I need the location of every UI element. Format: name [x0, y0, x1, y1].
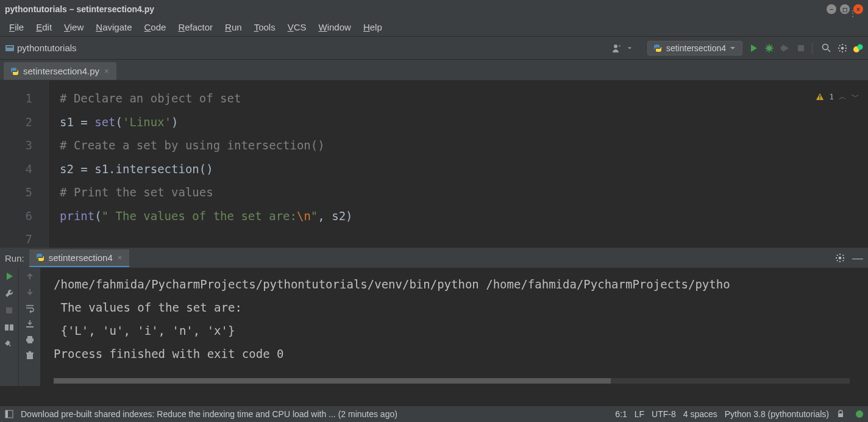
next-highlight-icon[interactable]: ﹀: [852, 85, 859, 109]
toolbar-right: + setintersection4: [612, 41, 863, 55]
editor-more-icon[interactable]: ⋮: [842, 5, 863, 22]
up-arrow-icon[interactable]: [25, 271, 35, 281]
status-ok-indicator[interactable]: [856, 410, 863, 418]
svg-point-10: [858, 44, 863, 49]
minimize-button[interactable]: –: [827, 4, 836, 14]
status-encoding[interactable]: UTF-8: [652, 409, 676, 419]
svg-rect-21: [27, 336, 32, 338]
breadcrumb[interactable]: pythontutorials: [5, 43, 77, 53]
scroll-to-end-icon[interactable]: [25, 319, 35, 329]
menu-refactor[interactable]: Refactor: [173, 20, 218, 35]
horizontal-scrollbar[interactable]: [54, 378, 850, 384]
hide-run-window-icon[interactable]: —: [852, 252, 863, 265]
svg-point-8: [841, 46, 844, 49]
code-line[interactable]: # Declare an object of set: [60, 87, 868, 110]
status-interpreter[interactable]: Python 3.8 (pythontutorials): [725, 409, 829, 419]
svg-rect-17: [29, 276, 30, 279]
line-number: 7: [0, 227, 32, 251]
svg-rect-28: [838, 413, 843, 417]
menu-edit[interactable]: Edit: [30, 20, 57, 35]
menu-vcs[interactable]: VCS: [282, 20, 312, 35]
console-line: The values of the set are:: [54, 296, 868, 319]
pin-icon[interactable]: [4, 340, 14, 349]
project-icon: [5, 43, 15, 53]
coverage-icon[interactable]: [780, 43, 790, 53]
svg-rect-1: [7, 46, 13, 48]
search-icon[interactable]: [822, 43, 831, 53]
console-line: /home/fahmida/PycharmProjects/pythontuto…: [54, 273, 868, 296]
trash-icon[interactable]: [25, 351, 35, 360]
gear-icon[interactable]: [838, 43, 847, 53]
console-output[interactable]: /home/fahmida/PycharmProjects/pythontuto…: [40, 268, 868, 386]
tool-windows-icon[interactable]: [5, 410, 13, 418]
window-title: pythontutorials – setintersection4.py: [5, 4, 154, 14]
editor-tab-strip: setintersection4.py × ⋮: [0, 60, 868, 80]
code-editor[interactable]: 1234567 1 ︿ ﹀ # Declare an object of set…: [0, 80, 868, 248]
lock-icon[interactable]: [836, 410, 845, 418]
ide-pear-icon[interactable]: [853, 43, 863, 53]
dropdown-caret-icon[interactable]: [628, 43, 631, 53]
svg-text:+: +: [618, 43, 621, 49]
menu-help[interactable]: Help: [358, 20, 388, 35]
code-line[interactable]: s2 = s1.intersection(): [60, 157, 868, 181]
status-message[interactable]: Download pre-built shared indexes: Reduc…: [21, 409, 397, 419]
run-configuration-selector[interactable]: setintersection4: [647, 41, 742, 55]
svg-rect-6: [798, 45, 804, 51]
print-icon[interactable]: [25, 335, 35, 345]
close-tab-icon[interactable]: ×: [103, 66, 110, 76]
console-actions-sidebar: [18, 268, 40, 386]
line-number-gutter: 1234567: [0, 80, 49, 248]
stop-square-icon[interactable]: [4, 306, 14, 315]
menu-file[interactable]: File: [4, 20, 29, 35]
run-icon[interactable]: [749, 43, 758, 53]
warning-icon: [816, 93, 824, 101]
svg-rect-18: [29, 289, 30, 292]
code-line[interactable]: # Create a set by using intersection(): [60, 134, 868, 157]
layout-icon[interactable]: [4, 323, 14, 332]
close-run-tab-icon[interactable]: ×: [116, 253, 124, 262]
menu-view[interactable]: View: [59, 20, 89, 35]
run-tab-label: setintersection4: [49, 252, 113, 263]
line-number: 1: [0, 87, 32, 110]
gear-icon[interactable]: [835, 253, 845, 263]
code-area[interactable]: 1 ︿ ﹀ # Declare an object of sets1 = set…: [49, 80, 868, 248]
inspections-widget[interactable]: 1 ︿ ﹀: [816, 85, 859, 109]
svg-point-4: [767, 46, 772, 51]
menu-window[interactable]: Window: [313, 20, 357, 35]
run-label: Run:: [5, 253, 24, 263]
add-user-icon[interactable]: +: [612, 43, 622, 53]
warning-count: 1: [829, 85, 834, 109]
svg-point-2: [614, 45, 617, 48]
menu-run[interactable]: Run: [219, 20, 247, 35]
code-line[interactable]: s1 = set('Linux'): [60, 110, 868, 134]
python-icon: [35, 252, 45, 262]
editor-tab[interactable]: setintersection4.py ×: [4, 62, 116, 80]
run-body: /home/fahmida/PycharmProjects/pythontuto…: [0, 268, 868, 386]
menu-navigate[interactable]: Navigate: [90, 20, 137, 35]
menu-code[interactable]: Code: [139, 20, 172, 35]
run-tool-window: Run: setintersection4 × — /home/fa: [0, 248, 868, 386]
status-position[interactable]: 6:1: [615, 409, 627, 419]
status-line-ending[interactable]: LF: [635, 409, 644, 419]
status-indent[interactable]: 4 spaces: [683, 409, 717, 419]
line-number: 3: [0, 134, 32, 157]
console-line: Process finished with exit code 0: [54, 342, 868, 365]
run-config-label: setintersection4: [666, 43, 726, 53]
down-arrow-icon[interactable]: [25, 287, 35, 297]
scrollbar-thumb[interactable]: [54, 378, 611, 384]
prev-highlight-icon[interactable]: ︿: [839, 85, 847, 109]
code-line[interactable]: # Print the set values: [60, 181, 868, 204]
stop-icon[interactable]: [796, 43, 806, 53]
run-tab[interactable]: setintersection4 ×: [29, 249, 130, 267]
debug-icon[interactable]: [764, 43, 774, 53]
svg-rect-22: [27, 342, 32, 343]
soft-wrap-icon[interactable]: [25, 303, 35, 313]
editor-tab-label: setintersection4.py: [23, 66, 99, 76]
svg-rect-5: [781, 46, 783, 50]
menu-tools[interactable]: Tools: [249, 20, 281, 35]
rerun-icon[interactable]: [4, 271, 14, 281]
code-line[interactable]: print(" The values of the set are:\n", s…: [60, 204, 868, 228]
svg-rect-14: [6, 307, 12, 313]
wrench-icon[interactable]: [4, 288, 14, 298]
svg-rect-19: [26, 326, 34, 327]
